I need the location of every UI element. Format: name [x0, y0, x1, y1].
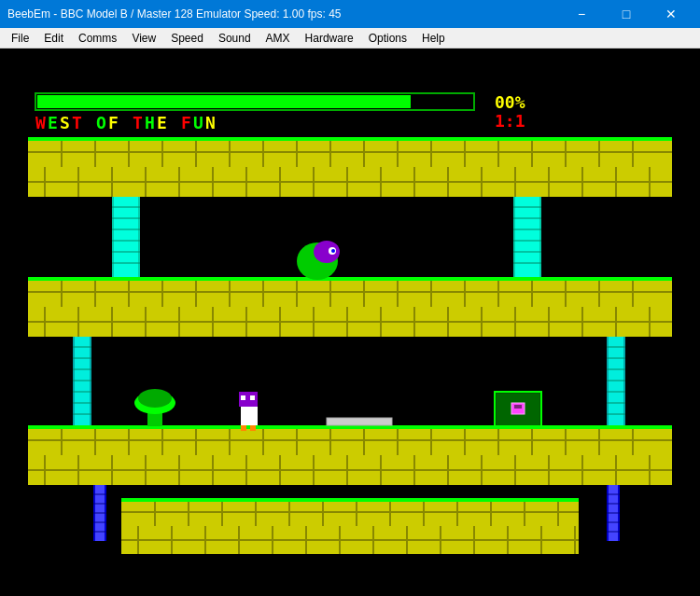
svg-rect-192: [250, 395, 255, 400]
menu-speed[interactable]: Speed: [163, 28, 211, 48]
svg-text:T: T: [133, 113, 143, 132]
close-button[interactable]: ✕: [650, 0, 693, 28]
svg-text:00%: 00%: [495, 92, 525, 112]
window-title: BeebEm - BBC Model B / Master 128 Emulat…: [7, 7, 560, 21]
game-scene: 00% 1:1 W E S T O F T H E F: [28, 86, 672, 561]
menu-comms[interactable]: Comms: [71, 28, 124, 48]
svg-text:E: E: [157, 113, 167, 132]
svg-text:H: H: [145, 113, 155, 132]
svg-text:O: O: [96, 113, 106, 132]
menu-file[interactable]: File: [4, 28, 36, 48]
svg-rect-37: [28, 137, 672, 141]
svg-rect-225: [121, 498, 579, 502]
window-controls: − □ ✕: [560, 0, 693, 28]
menu-options[interactable]: Options: [361, 28, 414, 48]
menu-help[interactable]: Help: [414, 28, 453, 48]
svg-point-121: [331, 249, 335, 253]
svg-text:S: S: [60, 113, 70, 132]
title-bar: BeebEm - BBC Model B / Master 128 Emulat…: [0, 0, 700, 28]
svg-rect-68: [515, 197, 539, 281]
maximize-button[interactable]: □: [605, 0, 648, 28]
svg-text:N: N: [205, 113, 216, 132]
menu-amx[interactable]: AMX: [259, 28, 298, 48]
svg-rect-60: [114, 197, 138, 281]
svg-rect-193: [241, 425, 246, 431]
svg-rect-119: [315, 248, 330, 256]
menu-hardware[interactable]: Hardware: [298, 28, 361, 48]
svg-text:T: T: [72, 113, 82, 132]
svg-text:U: U: [193, 113, 203, 132]
svg-text:E: E: [48, 113, 58, 132]
svg-point-188: [138, 389, 172, 408]
svg-rect-95: [28, 277, 672, 281]
svg-text:F: F: [181, 113, 191, 132]
svg-rect-143: [514, 405, 522, 409]
svg-text:W: W: [35, 113, 46, 132]
svg-text:1:1: 1:1: [495, 111, 525, 131]
svg-rect-164: [28, 425, 672, 429]
menu-edit[interactable]: Edit: [36, 28, 71, 48]
svg-rect-191: [241, 395, 245, 400]
svg-rect-194: [250, 425, 256, 431]
minimize-button[interactable]: −: [560, 0, 603, 28]
svg-rect-195: [327, 418, 392, 425]
game-area: 00% 1:1 W E S T O F T H E F: [0, 49, 700, 596]
menu-view[interactable]: View: [124, 28, 163, 48]
menu-sound[interactable]: Sound: [211, 28, 259, 48]
menu-bar: File Edit Comms View Speed Sound AMX Har…: [0, 28, 700, 49]
game-canvas: 00% 1:1 W E S T O F T H E F: [28, 86, 672, 561]
svg-rect-2: [37, 95, 411, 108]
svg-text:F: F: [108, 113, 119, 132]
